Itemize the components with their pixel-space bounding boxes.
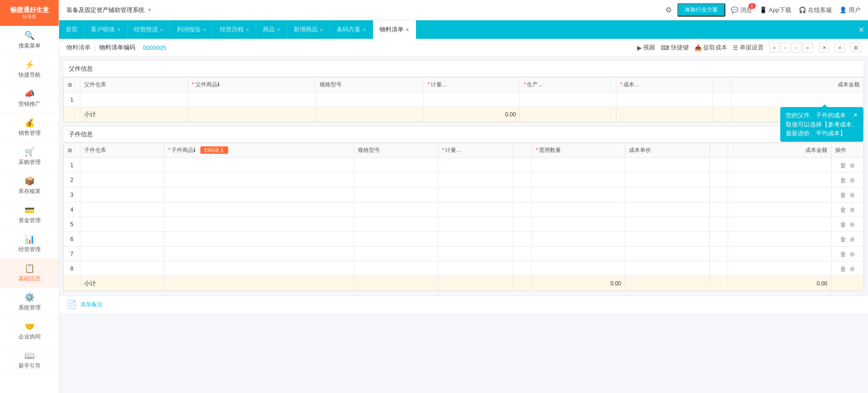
child-row6-warehouse[interactable]: [80, 232, 164, 247]
delete-row5-icon[interactable]: 🗑: [840, 221, 846, 228]
copy-row5-icon[interactable]: ⊕: [850, 221, 855, 228]
child-row7-spec[interactable]: [354, 247, 438, 261]
child-row7-qty[interactable]: [532, 247, 625, 261]
next-button[interactable]: ›: [791, 42, 802, 53]
delete-row4-icon[interactable]: 🗑: [840, 206, 846, 213]
tab-customer[interactable]: 客户联络 ✕: [84, 20, 127, 39]
child-row4-unit[interactable]: [438, 202, 513, 217]
delete-row7-icon[interactable]: 🗑: [840, 250, 846, 258]
trial-button[interactable]: 体验行业方案: [677, 3, 725, 17]
parent-row1-unit[interactable]: [423, 92, 520, 107]
child-row2-goods[interactable]: [164, 173, 354, 187]
child-row2-unit-cost[interactable]: [625, 173, 709, 187]
child-row3-spec[interactable]: [354, 187, 438, 202]
child-row2-warehouse[interactable]: [80, 173, 164, 187]
sidebar-item-operation[interactable]: 📊 经营管理: [0, 230, 59, 259]
panel-close-button[interactable]: ✕: [819, 42, 829, 53]
child-row7-unit[interactable]: [438, 247, 513, 261]
list-view-button[interactable]: ≡: [835, 42, 845, 53]
tab-history-close-icon[interactable]: ✕: [246, 27, 249, 32]
child-row7-warehouse[interactable]: [80, 247, 164, 261]
copy-row4-icon[interactable]: ⊕: [850, 206, 855, 213]
expand-button[interactable]: ⊞: [850, 42, 861, 53]
child-row6-qty[interactable]: [532, 232, 625, 247]
sidebar-item-purchase[interactable]: 🛒 采购管理: [0, 142, 59, 171]
tab-barcode[interactable]: 条码方案 ✕: [330, 20, 373, 39]
child-row5-unit[interactable]: [438, 217, 513, 232]
tab-operation-status[interactable]: 经营情况 ✕: [127, 20, 170, 39]
tab-history[interactable]: 经营历程 ✕: [213, 20, 256, 39]
breadcrumb-bom[interactable]: 物料清单: [66, 43, 90, 52]
prev-button[interactable]: ‹: [780, 42, 790, 53]
user-action[interactable]: 👤 用户: [839, 6, 861, 14]
child-row6-unit-cost[interactable]: [625, 232, 709, 247]
sidebar-item-search[interactable]: 🔍 搜索菜单: [0, 26, 59, 55]
message-action[interactable]: 💬 消息 6: [731, 6, 752, 14]
child-row4-warehouse[interactable]: [80, 202, 164, 217]
child-row2-qty[interactable]: [532, 173, 625, 187]
child-row8-qty[interactable]: [532, 261, 625, 276]
app-download-action[interactable]: 📱 App下载: [760, 6, 791, 14]
delete-row6-icon[interactable]: 🗑: [840, 236, 846, 243]
prev-first-button[interactable]: «: [769, 42, 779, 53]
scan-button[interactable]: 扫码录入: [200, 146, 228, 154]
child-row4-goods[interactable]: [164, 202, 354, 217]
parent-row1-produce[interactable]: [520, 92, 616, 107]
toolbar-cost[interactable]: 📥 提取成本: [694, 43, 727, 52]
child-row5-warehouse[interactable]: [80, 217, 164, 232]
copy-row6-icon[interactable]: ⊕: [850, 236, 855, 243]
sidebar-item-system[interactable]: ⚙️ 系统管理: [0, 288, 59, 317]
tab-bom[interactable]: 物料清单 ✕: [373, 20, 416, 39]
sidebar-item-guide[interactable]: 📖 新手引导: [0, 346, 59, 375]
child-row5-qty[interactable]: [532, 217, 625, 232]
sidebar-item-collab[interactable]: 🤝 企业协同: [0, 317, 59, 346]
child-row8-unit-cost[interactable]: [625, 261, 709, 276]
child-row1-qty[interactable]: [532, 158, 625, 173]
child-row4-unit-cost[interactable]: [625, 202, 709, 217]
sidebar-item-inventory[interactable]: 📦 库存核算: [0, 171, 59, 200]
tab-goods-close-icon[interactable]: ✕: [277, 27, 280, 32]
tab-bom-close-icon[interactable]: ✕: [405, 27, 409, 32]
child-row3-unit-cost[interactable]: [625, 187, 709, 202]
child-row6-spec[interactable]: [354, 232, 438, 247]
toolbar-shortcut[interactable]: ⌨ 快捷键: [661, 43, 689, 52]
tab-barcode-close-icon[interactable]: ✕: [362, 27, 366, 32]
child-row6-goods[interactable]: [164, 232, 354, 247]
child-row1-warehouse[interactable]: [80, 158, 164, 173]
child-row2-spec[interactable]: [354, 173, 438, 187]
tab-goods[interactable]: 商品 ✕: [256, 20, 287, 39]
delete-row8-icon[interactable]: 🗑: [840, 265, 846, 272]
delete-row3-icon[interactable]: 🗑: [840, 191, 846, 199]
tooltip-close-icon[interactable]: ✕: [853, 111, 858, 119]
child-row4-spec[interactable]: [354, 202, 438, 217]
child-row7-unit-cost[interactable]: [625, 247, 709, 261]
toolbar-settings[interactable]: ☰ 单据设置: [733, 43, 764, 52]
child-row5-spec[interactable]: [354, 217, 438, 232]
sidebar-item-basic-info[interactable]: 📋 基础信息: [0, 259, 59, 288]
bottom-add-note[interactable]: 添加备注: [80, 301, 102, 308]
online-service-action[interactable]: 🎧 在线客服: [799, 6, 832, 14]
child-row1-spec[interactable]: [354, 158, 438, 173]
child-row3-qty[interactable]: [532, 187, 625, 202]
tab-home[interactable]: 首页: [59, 20, 84, 39]
copy-row8-icon[interactable]: ⊕: [850, 265, 855, 272]
child-row3-goods[interactable]: [164, 187, 354, 202]
child-row3-unit[interactable]: [438, 187, 513, 202]
child-row4-qty[interactable]: [532, 202, 625, 217]
delete-row1-icon[interactable]: 🗑: [840, 162, 846, 169]
child-row3-warehouse[interactable]: [80, 187, 164, 202]
toolbar-view[interactable]: ▶ 视频: [637, 43, 655, 52]
tab-new-goods-close-icon[interactable]: ✕: [319, 27, 323, 32]
tab-profit-close-icon[interactable]: ✕: [203, 27, 206, 32]
child-row5-goods[interactable]: [164, 217, 354, 232]
system-arrow-down-icon[interactable]: ▼: [147, 7, 152, 12]
child-row7-goods[interactable]: [164, 247, 354, 261]
close-all-icon[interactable]: ✕: [858, 25, 864, 34]
tab-close-all[interactable]: ✕: [858, 20, 868, 39]
tab-profit[interactable]: 利润报告 ✕: [170, 20, 213, 39]
child-row1-unit-cost[interactable]: [625, 158, 709, 173]
copy-row7-icon[interactable]: ⊕: [850, 250, 855, 258]
sidebar-item-finance[interactable]: 💳 资金管理: [0, 200, 59, 230]
child-row1-unit[interactable]: [438, 158, 513, 173]
copy-row2-icon[interactable]: ⊕: [850, 176, 855, 184]
